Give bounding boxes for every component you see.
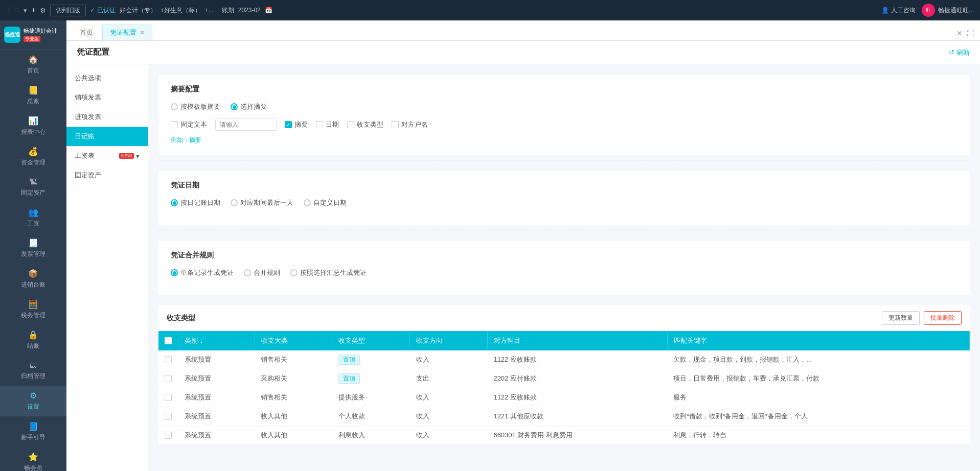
radio-single-circle: [171, 269, 178, 276]
nav-label-payroll: 工资表: [75, 151, 95, 160]
th-account: 对方科目: [487, 331, 667, 350]
status-more: +...: [205, 7, 214, 14]
row-checkbox[interactable]: [165, 394, 172, 401]
main-content: 首页 凭证配置 ✕ ✕ ⛶ 凭证配置 ↺ 刷新 公共选项: [66, 20, 980, 471]
sidebar-item-funds[interactable]: 💰 资金管理: [0, 142, 66, 172]
status-good-accounting: 好会计（专）: [120, 6, 156, 15]
archive-icon: 🗂: [29, 361, 37, 370]
sidebar-item-archive[interactable]: 🗂 归档管理: [0, 356, 66, 386]
sidebar-item-settings[interactable]: ⚙ 设置: [0, 386, 66, 416]
nav-item-public[interactable]: 公共选项: [66, 68, 148, 88]
cb-date-box: [316, 121, 323, 128]
row-checkbox[interactable]: [165, 413, 172, 420]
radio-journal-date[interactable]: 按日记账日期: [171, 198, 220, 207]
radio-single[interactable]: 单条记录生成凭证: [171, 268, 234, 277]
row-checkbox[interactable]: [165, 375, 172, 382]
cb-summary[interactable]: ✓ 摘要: [285, 120, 308, 129]
top-bar-settings-icon[interactable]: ⚙: [40, 7, 46, 14]
sidebar-item-purchase-sale[interactable]: 📦 进销台账: [0, 264, 66, 294]
radio-single-label: 单条记录生成凭证: [180, 268, 234, 277]
row-tag-btn[interactable]: 置顶: [338, 355, 360, 365]
radio-select-merge[interactable]: 按照选择汇总生成凭证: [290, 268, 367, 277]
radio-custom[interactable]: 自定义日期: [304, 198, 347, 207]
home-icon: 🏠: [28, 55, 38, 64]
tab-home[interactable]: 首页: [73, 25, 100, 40]
status-certified: ✓ 已认证: [90, 6, 115, 15]
service-icon: 👤: [881, 7, 889, 14]
switch-version-btn[interactable]: 切到旧版: [50, 5, 86, 16]
sidebar-item-payroll[interactable]: 👥 工资: [0, 202, 66, 233]
row-direction: 收入: [410, 388, 488, 407]
radio-template-circle: [171, 103, 178, 110]
user-menu[interactable]: 旺 畅捷通旺旺...: [922, 4, 974, 17]
cb-counterpart-label: 对方户名: [401, 120, 428, 129]
nav-item-sales-invoice[interactable]: 销项发票: [66, 88, 148, 107]
update-count-btn[interactable]: 更新数量: [882, 311, 920, 325]
app-body: 畅捷通 畅捷通好会计 专业版 🏠 首页 📒 总账 📊 报表中心 💰 资金管理 🏗…: [0, 20, 980, 471]
nav-label-sales-invoice: 销项发票: [75, 93, 101, 102]
sidebar-item-close[interactable]: 🔒 结账: [0, 325, 66, 356]
voucher-date-section: 凭证日期 按日记账日期 对应期间最后一天 自定义日期: [158, 171, 970, 225]
sidebar-item-reports[interactable]: 📊 报表中心: [0, 111, 66, 142]
nav-item-journal[interactable]: 日记账: [66, 127, 148, 146]
top-bar-add-btn[interactable]: +: [31, 6, 36, 15]
nav-item-payroll[interactable]: 工资表 NEW ▾: [66, 146, 148, 166]
cb-counterpart[interactable]: 对方户名: [392, 120, 428, 129]
cb-fixed-text[interactable]: 固定文本: [171, 120, 207, 129]
tab-close-btn[interactable]: ✕: [140, 29, 145, 36]
sidebar-item-guide[interactable]: 📘 新手引导: [0, 416, 66, 447]
tab-close-icon[interactable]: ✕: [956, 29, 963, 37]
refresh-btn[interactable]: ↺ 刷新: [949, 48, 970, 57]
nav-item-purchase-invoice[interactable]: 进项发票: [66, 107, 148, 127]
top-bar: 测试 ▾ + ⚙ 切到旧版 ✓ 已认证 好会计（专） +好生意（标） +... …: [0, 0, 980, 20]
radio-merge[interactable]: 合并规则: [244, 268, 280, 277]
right-panel: 摘要配置 按模板版摘要 选择摘要: [148, 64, 980, 471]
table-row: 系统预置收入其他利息收入收入660301 财务费用 利息费用利息，行转，转自: [158, 426, 970, 445]
table-row: 系统预置采购相关置顶支出2202 应付账款项目，日常费用，报销款，车费，承兑汇票…: [158, 369, 970, 388]
radio-select[interactable]: 选择摘要: [231, 102, 267, 111]
radio-select-label: 选择摘要: [240, 102, 267, 111]
row-keywords: 收到*借款，收到*备用金，退回*备用金，个人: [667, 407, 969, 426]
period-label: 账期: [222, 6, 234, 15]
service-label: 人工咨询: [891, 6, 916, 15]
fixed-text-input[interactable]: [215, 119, 277, 131]
radio-template[interactable]: 按模板版摘要: [171, 102, 220, 111]
top-bar-title: 测试: [6, 6, 19, 15]
row-checkbox[interactable]: [165, 356, 172, 363]
radio-merge-label: 合并规则: [254, 268, 280, 277]
radio-custom-label: 自定义日期: [313, 198, 347, 207]
nav-label-journal: 日记账: [75, 132, 95, 141]
calendar-icon[interactable]: 📅: [265, 7, 272, 14]
th-sub-type: 收支类型: [332, 331, 410, 350]
row-checkbox[interactable]: [165, 432, 172, 439]
row-account: 1221 其他应收款: [487, 407, 667, 426]
settings-icon: ⚙: [30, 391, 37, 401]
radio-custom-circle: [304, 199, 311, 206]
batch-delete-btn[interactable]: 批量删除: [924, 311, 962, 325]
cb-date[interactable]: 日期: [316, 120, 339, 129]
radio-period-last[interactable]: 对应期间最后一天: [231, 198, 293, 207]
cb-type-label: 收支类型: [357, 120, 383, 129]
sidebar-item-invoice-mgmt[interactable]: 🧾 发票管理: [0, 233, 66, 264]
cb-type[interactable]: 收支类型: [347, 120, 383, 129]
nav-item-fixed-assets[interactable]: 固定资产: [66, 166, 148, 185]
logo-icon: 畅捷通: [4, 27, 20, 43]
sidebar-item-member[interactable]: ⭐ 畅会员: [0, 447, 66, 471]
sidebar-item-ledger[interactable]: 📒 总账: [0, 80, 66, 111]
sidebar-item-fixed-assets[interactable]: 🏗 固定资产: [0, 172, 66, 202]
sidebar-item-tax[interactable]: 🧮 税务管理: [0, 294, 66, 325]
tab-expand-icon[interactable]: ⛶: [967, 29, 974, 37]
top-bar-dropdown-icon[interactable]: ▾: [24, 7, 27, 14]
select-all-checkbox[interactable]: [165, 337, 172, 344]
row-sub-type: 置顶: [332, 369, 410, 388]
row-keywords: 服务: [667, 388, 969, 407]
sidebar-label-archive: 归档管理: [21, 372, 45, 381]
sidebar-item-home[interactable]: 🏠 首页: [0, 50, 66, 80]
close-nav-icon: 🔒: [28, 330, 38, 340]
sidebar-label-funds: 资金管理: [21, 158, 45, 167]
row-tag-btn[interactable]: 置顶: [338, 373, 360, 384]
tab-voucher-config[interactable]: 凭证配置 ✕: [102, 25, 152, 40]
example-text: 例如：摘要: [171, 136, 958, 145]
service-btn[interactable]: 👤 人工咨询: [881, 6, 916, 15]
funds-icon: 💰: [28, 147, 38, 156]
